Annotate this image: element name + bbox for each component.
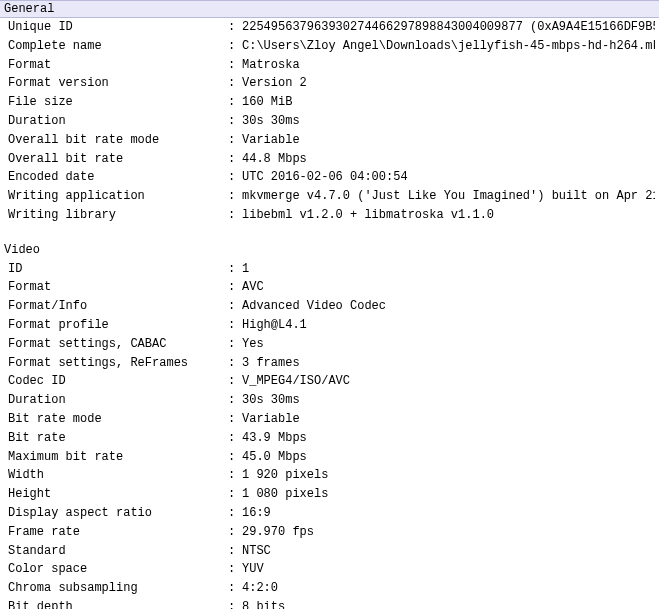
property-row: Bit rate:43.9 Mbps xyxy=(0,429,659,448)
property-value: 1 080 pixels xyxy=(242,486,655,503)
colon-separator: : xyxy=(228,561,242,578)
property-row: Frame rate:29.970 fps xyxy=(0,523,659,542)
colon-separator: : xyxy=(228,132,242,149)
colon-separator: : xyxy=(228,430,242,447)
property-row: Overall bit rate:44.8 Mbps xyxy=(0,150,659,169)
property-value: 45.0 Mbps xyxy=(242,449,655,466)
property-value: 30s 30ms xyxy=(242,392,655,409)
colon-separator: : xyxy=(228,467,242,484)
property-key: Format version xyxy=(8,75,228,92)
colon-separator: : xyxy=(228,57,242,74)
property-key: Maximum bit rate xyxy=(8,449,228,466)
property-value: Matroska xyxy=(242,57,655,74)
colon-separator: : xyxy=(228,505,242,522)
colon-separator: : xyxy=(228,543,242,560)
colon-separator: : xyxy=(228,19,242,36)
colon-separator: : xyxy=(228,411,242,428)
colon-separator: : xyxy=(228,392,242,409)
property-value: 225495637963930274466297898843004009877 … xyxy=(242,19,655,36)
property-row: Format/Info:Advanced Video Codec xyxy=(0,297,659,316)
property-value: High@L4.1 xyxy=(242,317,655,334)
property-value: 44.8 Mbps xyxy=(242,151,655,168)
colon-separator: : xyxy=(228,524,242,541)
property-key: ID xyxy=(8,261,228,278)
property-key: Chroma subsampling xyxy=(8,580,228,597)
colon-separator: : xyxy=(228,207,242,224)
property-key: Overall bit rate xyxy=(8,151,228,168)
property-key: Bit depth xyxy=(8,599,228,609)
property-key: Writing library xyxy=(8,207,228,224)
property-key: Duration xyxy=(8,113,228,130)
property-value: 43.9 Mbps xyxy=(242,430,655,447)
colon-separator: : xyxy=(228,449,242,466)
property-row: Height:1 080 pixels xyxy=(0,485,659,504)
property-row: Writing application:mkvmerge v4.7.0 ('Ju… xyxy=(0,187,659,206)
property-value: YUV xyxy=(242,561,655,578)
property-row: Format settings, CABAC:Yes xyxy=(0,335,659,354)
property-key: File size xyxy=(8,94,228,111)
property-row: Bit depth:8 bits xyxy=(0,598,659,609)
property-value: 1 920 pixels xyxy=(242,467,655,484)
section-title: Video xyxy=(4,242,224,259)
colon-separator: : xyxy=(228,317,242,334)
property-key: Writing application xyxy=(8,188,228,205)
colon-separator: : xyxy=(228,38,242,55)
colon-separator: : xyxy=(228,169,242,186)
property-value: mkvmerge v4.7.0 ('Just Like You Imagined… xyxy=(242,188,655,205)
blank-line xyxy=(0,225,659,241)
property-row: Duration:30s 30ms xyxy=(0,112,659,131)
colon-separator: : xyxy=(228,298,242,315)
colon-separator: : xyxy=(228,188,242,205)
property-value: 3 frames xyxy=(242,355,655,372)
property-key: Format profile xyxy=(8,317,228,334)
property-row: Format profile:High@L4.1 xyxy=(0,316,659,335)
property-row: Codec ID:V_MPEG4/ISO/AVC xyxy=(0,372,659,391)
property-key: Format xyxy=(8,279,228,296)
property-value: AVC xyxy=(242,279,655,296)
property-value: Variable xyxy=(242,411,655,428)
property-value: NTSC xyxy=(242,543,655,560)
colon-separator: : xyxy=(228,261,242,278)
property-row: Chroma subsampling:4:2:0 xyxy=(0,579,659,598)
property-value: 1 xyxy=(242,261,655,278)
property-value: Yes xyxy=(242,336,655,353)
property-row: Maximum bit rate:45.0 Mbps xyxy=(0,448,659,467)
property-key: Format settings, CABAC xyxy=(8,336,228,353)
property-value: Advanced Video Codec xyxy=(242,298,655,315)
property-value: UTC 2016-02-06 04:00:54 xyxy=(242,169,655,186)
section-title-row: Video xyxy=(0,241,659,260)
property-key: Bit rate xyxy=(8,430,228,447)
colon-separator: : xyxy=(228,486,242,503)
colon-separator: : xyxy=(228,113,242,130)
property-row: Standard:NTSC xyxy=(0,542,659,561)
property-value: V_MPEG4/ISO/AVC xyxy=(242,373,655,390)
property-row: Bit rate mode:Variable xyxy=(0,410,659,429)
property-key: Standard xyxy=(8,543,228,560)
property-key: Format settings, ReFrames xyxy=(8,355,228,372)
colon-separator: : xyxy=(228,336,242,353)
property-value: 29.970 fps xyxy=(242,524,655,541)
property-key: Unique ID xyxy=(8,19,228,36)
property-value: 4:2:0 xyxy=(242,580,655,597)
property-row: Writing library:libebml v1.2.0 + libmatr… xyxy=(0,206,659,225)
property-key: Codec ID xyxy=(8,373,228,390)
section-title: General xyxy=(4,2,54,16)
property-row: Format version:Version 2 xyxy=(0,74,659,93)
colon-separator: : xyxy=(228,355,242,372)
section-rows: Unique ID:225495637963930274466297898843… xyxy=(0,18,659,225)
property-key: Width xyxy=(8,467,228,484)
section-header: General xyxy=(0,0,659,18)
property-key: Overall bit rate mode xyxy=(8,132,228,149)
property-key: Frame rate xyxy=(8,524,228,541)
property-value: 30s 30ms xyxy=(242,113,655,130)
property-key: Complete name xyxy=(8,38,228,55)
property-key: Encoded date xyxy=(8,169,228,186)
property-key: Duration xyxy=(8,392,228,409)
section-rows: ID:1Format:AVCFormat/Info:Advanced Video… xyxy=(0,260,659,609)
colon-separator: : xyxy=(228,94,242,111)
property-row: Display aspect ratio:16:9 xyxy=(0,504,659,523)
property-key: Format/Info xyxy=(8,298,228,315)
property-row: Complete name:C:\Users\Zloy Angel\Downlo… xyxy=(0,37,659,56)
property-key: Format xyxy=(8,57,228,74)
property-value: libebml v1.2.0 + libmatroska v1.1.0 xyxy=(242,207,655,224)
